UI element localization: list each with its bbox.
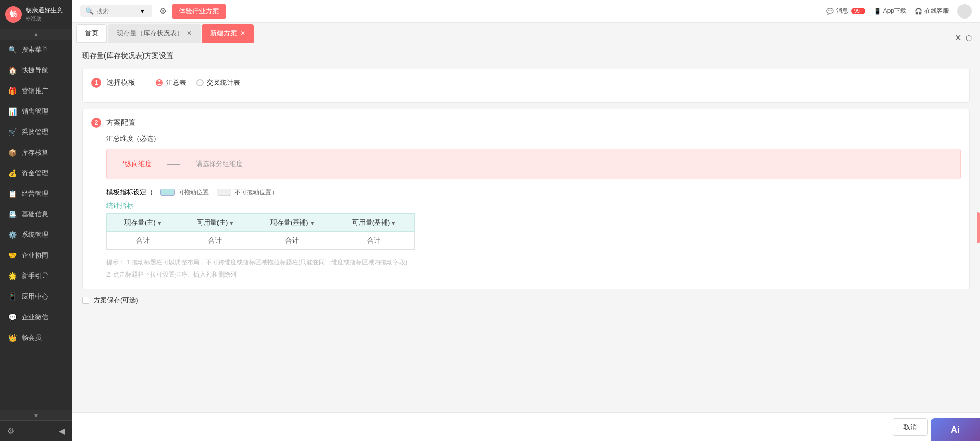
crown-icon: 👑 xyxy=(7,333,17,343)
search-input[interactable] xyxy=(97,8,138,15)
service-icon: 🎧 xyxy=(915,8,922,15)
sidebar-item-member[interactable]: 👑 畅会员 xyxy=(0,327,72,348)
tab-minimize-icon[interactable]: ✕ xyxy=(955,33,961,43)
sidebar-item-company[interactable]: 🤝 企业协同 xyxy=(0,245,72,266)
sidebar: 畅 畅康通好生意 标准版 ▲ 🔍 搜索菜单 🏠 快捷导航 🎁 营销推广 📊 销售… xyxy=(0,0,72,441)
sidebar-logo: 畅 畅康通好生意 标准版 xyxy=(0,0,72,29)
col-dropdown-0[interactable]: ▾ xyxy=(158,219,161,227)
clipboard-icon: 📋 xyxy=(7,189,17,199)
step1-badge: 1 xyxy=(91,78,101,88)
settings-bottom-icon[interactable]: ⚙ xyxy=(7,426,14,436)
sidebar-item-purchase[interactable]: 🛒 采购管理 xyxy=(0,122,72,142)
topbar-search-box[interactable]: 🔍 ▾ xyxy=(80,5,152,17)
cell-0-3: 合计 xyxy=(333,232,415,250)
collapse-icon[interactable]: ◀ xyxy=(59,426,65,436)
stats-table: 现存量(主) ▾ 可用量(主) ▾ 现存量(基辅 xyxy=(106,213,415,250)
page-title: 现存量(库存状况表)方案设置 xyxy=(82,51,970,61)
sidebar-scroll-up[interactable]: ▲ xyxy=(0,29,72,40)
nav-label-search: 搜索菜单 xyxy=(22,45,48,54)
online-service-button[interactable]: 🎧 在线客服 xyxy=(915,7,949,15)
wechat-icon: 💬 xyxy=(7,312,17,322)
sidebar-item-wechat[interactable]: 💬 企业微信 xyxy=(0,307,72,327)
tab-home-label: 首页 xyxy=(85,29,98,38)
radio-cross-btn[interactable] xyxy=(196,79,204,86)
dimension-box[interactable]: *纵向维度 —— 请选择分组维度 xyxy=(106,149,961,179)
save-checkbox[interactable] xyxy=(82,297,89,304)
tab-inventory-status[interactable]: 现存量（库存状况表） ✕ xyxy=(108,24,201,43)
tab-home[interactable]: 首页 xyxy=(76,24,107,43)
col-header-1[interactable]: 可用量(主) ▾ xyxy=(179,214,251,232)
nav-label-guide: 新手引导 xyxy=(22,271,48,281)
stats-title: 统计指标 xyxy=(106,201,961,210)
radio-summary-btn[interactable] xyxy=(156,79,163,86)
sidebar-item-inventory[interactable]: 📦 库存核算 xyxy=(0,142,72,163)
ai-label: Ai xyxy=(951,425,960,435)
handshake-icon: 🤝 xyxy=(7,250,17,261)
sidebar-item-quick-nav[interactable]: 🏠 快捷导航 xyxy=(0,60,72,81)
phone-icon: 📱 xyxy=(874,8,881,15)
sidebar-item-basic[interactable]: 📇 基础信息 xyxy=(0,204,72,225)
nav-label-finance: 资金管理 xyxy=(22,169,48,178)
logo-badge: 标准版 xyxy=(26,15,63,22)
dimension-label: 汇总维度（必选） xyxy=(106,134,961,143)
cell-0-0: 合计 xyxy=(107,232,179,250)
legend-items: 可拖动位置 不可拖动位置） xyxy=(160,188,278,197)
online-service-label: 在线客服 xyxy=(924,7,949,15)
app-download-button[interactable]: 📱 App下载 xyxy=(874,7,906,15)
mobile-icon: 📱 xyxy=(7,291,17,302)
step2-header: 2 方案配置 xyxy=(91,118,961,128)
tab-expand-icon[interactable]: ⬡ xyxy=(966,34,972,42)
sidebar-item-system[interactable]: ⚙️ 系统管理 xyxy=(0,225,72,245)
app-download-label: App下载 xyxy=(883,7,906,15)
col-header-3[interactable]: 可用量(基辅) ▾ xyxy=(333,214,415,232)
save-option[interactable]: 方案保存(可选) xyxy=(82,296,970,305)
ai-button[interactable]: Ai xyxy=(931,418,980,441)
sidebar-item-marketing[interactable]: 🎁 营销推广 xyxy=(0,81,72,101)
table-row: 合计 合计 合计 合计 xyxy=(107,232,415,250)
col-dropdown-3[interactable]: ▾ xyxy=(392,219,395,227)
radio-summary[interactable]: 汇总表 xyxy=(156,78,186,87)
sidebar-bottom: ⚙ ◀ xyxy=(0,420,72,441)
dimension-arrow: —— xyxy=(167,160,180,168)
nav-label-wechat: 企业微信 xyxy=(22,313,48,322)
col-dropdown-1[interactable]: ▾ xyxy=(230,219,233,227)
topbar-settings-icon[interactable]: ⚙ xyxy=(159,6,167,16)
tab-inventory-close[interactable]: ✕ xyxy=(187,30,192,37)
topbar-right: 💬 消息 99+ 📱 App下载 🎧 在线客服 xyxy=(826,4,972,19)
search-icon: 🔍 xyxy=(7,45,17,55)
sidebar-item-guide[interactable]: 🌟 新手引导 xyxy=(0,266,72,286)
col-header-0[interactable]: 现存量(主) ▾ xyxy=(107,214,179,232)
cart-icon: 🛒 xyxy=(7,127,17,137)
col-dropdown-2[interactable]: ▾ xyxy=(311,219,314,227)
step1-title: 选择模板 xyxy=(106,78,135,87)
nav-label-company: 企业协同 xyxy=(22,251,48,260)
sidebar-item-app[interactable]: 📱 应用中心 xyxy=(0,286,72,307)
user-avatar[interactable] xyxy=(957,4,972,19)
sidebar-item-sales[interactable]: 📊 销售管理 xyxy=(0,101,72,122)
step1-section: 1 选择模板 汇总表 交叉统计表 xyxy=(82,69,970,103)
sidebar-scroll-down[interactable]: ▼ xyxy=(0,410,72,420)
metrics-label: 模板指标设定（ xyxy=(106,188,153,197)
logo-name: 畅康通好生意 xyxy=(26,7,63,15)
sidebar-item-finance[interactable]: 💰 资金管理 xyxy=(0,163,72,183)
nav-label-operations: 经营管理 xyxy=(22,189,48,198)
tab-new-plan[interactable]: 新建方案 ✕ xyxy=(202,24,254,43)
dropdown-icon-search[interactable]: ▾ xyxy=(141,7,144,15)
gear-icon: ⚙️ xyxy=(7,230,17,240)
sidebar-item-search[interactable]: 🔍 搜索菜单 xyxy=(0,40,72,60)
logo-icon: 畅 xyxy=(5,6,22,23)
radio-cross-label: 交叉统计表 xyxy=(207,78,240,87)
legend-draggable: 可拖动位置 xyxy=(160,188,209,197)
cancel-button[interactable]: 取消 xyxy=(893,418,928,436)
nav-label-purchase: 采购管理 xyxy=(22,127,48,137)
industry-plan-button[interactable]: 体验行业方案 xyxy=(172,4,226,19)
tab-new-plan-close[interactable]: ✕ xyxy=(240,30,245,37)
message-button[interactable]: 💬 消息 99+ xyxy=(826,7,865,15)
nav-label-sales: 销售管理 xyxy=(22,107,48,116)
radio-cross[interactable]: 交叉统计表 xyxy=(196,78,240,87)
col-header-2[interactable]: 现存量(基辅) ▾ xyxy=(251,214,333,232)
nav-label-system: 系统管理 xyxy=(22,230,48,240)
sidebar-item-operations[interactable]: 📋 经营管理 xyxy=(0,183,72,204)
nav-label-inventory: 库存核算 xyxy=(22,148,48,157)
cell-0-2: 合计 xyxy=(251,232,333,250)
